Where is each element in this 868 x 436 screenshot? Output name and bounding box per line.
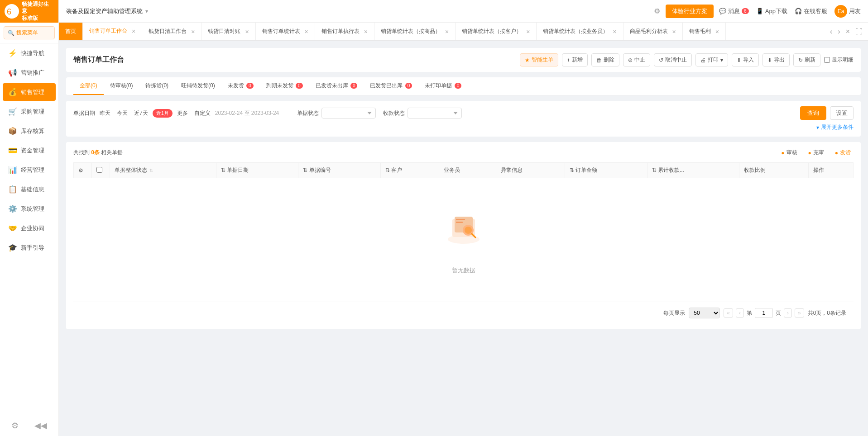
online-service-button[interactable]: 🎧 在线客服 bbox=[795, 7, 827, 15]
user-avatar: Ea bbox=[834, 5, 847, 18]
sidebar-item-inventory[interactable]: 📦 库存核算 bbox=[3, 122, 56, 140]
close-tab-sales-increase[interactable]: × bbox=[715, 28, 719, 35]
guide-icon: 🎓 bbox=[8, 243, 17, 252]
smart-create-button[interactable]: ★ 智能生单 bbox=[520, 53, 558, 66]
sidebar-item-sales[interactable]: 💰 销售管理 bbox=[3, 83, 56, 101]
page-last-button[interactable]: » bbox=[795, 308, 804, 318]
filter-opt-1month[interactable]: 近1月 bbox=[153, 109, 173, 118]
tab-sales-stats-product[interactable]: 销货单统计表（按商品） × bbox=[374, 23, 456, 41]
sidebar: 6 畅捷通好生意 标准版 🔍 搜索菜单 ⚡ 快捷导航 📢 营销推广 💰 销售管理… bbox=[0, 0, 59, 436]
sidebar-item-system[interactable]: ⚙️ 系统管理 bbox=[3, 200, 56, 218]
tab-nav-prev[interactable]: ‹ bbox=[828, 27, 834, 37]
tab-product-margin[interactable]: 商品毛利分析表 × bbox=[623, 23, 683, 41]
subtab-pending-review[interactable]: 待审核(0) bbox=[104, 77, 139, 95]
tab-sales-order-stats[interactable]: 销售订单统计表 × bbox=[256, 23, 315, 41]
override-action-button[interactable]: ● 充审 bbox=[806, 147, 827, 158]
svg-rect-7 bbox=[456, 219, 465, 220]
th-collected: ⇅ 累计收款... bbox=[647, 163, 739, 178]
tab-sales-order-workbench[interactable]: 销售订单工作台 × bbox=[83, 23, 142, 41]
table-scroll-area[interactable]: ⚙ 单据整体状态 ⇅ ⇅ 单据日期 bbox=[73, 162, 854, 178]
page-prev-button[interactable]: ‹ bbox=[736, 308, 744, 318]
close-tab-sales-stats-customer[interactable]: × bbox=[526, 28, 530, 35]
tab-nav-fullscreen[interactable]: ⛶ bbox=[854, 27, 864, 37]
collapse-sidebar-icon[interactable]: ◀◀ bbox=[33, 419, 49, 432]
filter-opt-7days[interactable]: 近7天 bbox=[132, 109, 150, 118]
tab-daily-cash[interactable]: 钱货日清工作台 × bbox=[142, 23, 201, 41]
filter-opt-today[interactable]: 今天 bbox=[115, 109, 129, 118]
sidebar-item-marketing[interactable]: 📢 营销推广 bbox=[3, 64, 56, 81]
add-button[interactable]: + 新增 bbox=[562, 53, 588, 66]
sidebar-item-cooperation[interactable]: 🤝 企业协同 bbox=[3, 219, 56, 237]
query-button[interactable]: 查询 bbox=[800, 106, 826, 120]
tab-sales-increase[interactable]: 销售毛利 × bbox=[683, 23, 726, 41]
tab-cash-goods-reconcile[interactable]: 钱货日清对账 × bbox=[201, 23, 255, 41]
tab-sales-stats-customer[interactable]: 销货单统计表（按客户） × bbox=[456, 23, 537, 41]
sidebar-item-purchase[interactable]: 🛒 采购管理 bbox=[3, 103, 56, 120]
sidebar-item-guide[interactable]: 🎓 新手引导 bbox=[3, 239, 56, 256]
close-tab-sales-order-workbench[interactable]: × bbox=[132, 28, 135, 35]
pagination-total: 共0页，0条记录 bbox=[808, 309, 846, 317]
subtab-shipped-not-out[interactable]: 已发货未出库 0 bbox=[309, 77, 364, 95]
message-button[interactable]: 💬 消息 6 bbox=[719, 7, 749, 15]
filter-expand-button[interactable]: ▾ 展开更多条件 bbox=[816, 123, 854, 131]
tab-nav-close-current[interactable]: × bbox=[844, 27, 852, 37]
tabbar-nav: ‹ › × ⛶ bbox=[825, 27, 868, 37]
filter-opt-more[interactable]: 更多 bbox=[175, 109, 190, 118]
th-customer: ⇅ 客户 bbox=[381, 163, 439, 178]
sidebar-item-quick-nav[interactable]: ⚡ 快捷导航 bbox=[3, 44, 56, 62]
topbar-dropdown-icon[interactable]: ▾ bbox=[145, 8, 148, 14]
industry-solution-button[interactable]: 体验行业方案 bbox=[666, 5, 714, 18]
close-tab-sales-order-exec[interactable]: × bbox=[364, 28, 368, 35]
select-all-checkbox[interactable] bbox=[96, 167, 102, 173]
page-size-select[interactable]: 50 100 200 bbox=[689, 308, 720, 318]
subtab-pending-inspect[interactable]: 待拣货(0) bbox=[139, 77, 175, 95]
stop-button[interactable]: ⊘ 中止 bbox=[623, 53, 650, 66]
filter-opt-yesterday[interactable]: 昨天 bbox=[98, 109, 112, 118]
ship-action-button[interactable]: ● 发货 bbox=[832, 147, 854, 158]
subtab-not-printed[interactable]: 未打印单据 0 bbox=[418, 77, 468, 95]
page-next-button[interactable]: › bbox=[784, 308, 792, 318]
close-tab-cash-goods-reconcile[interactable]: × bbox=[245, 28, 249, 35]
sidebar-item-finance[interactable]: 💳 资金管理 bbox=[3, 142, 56, 159]
import-button[interactable]: ⬆ 导入 bbox=[732, 53, 759, 66]
subtab-wangpu[interactable]: 旺铺待发货(0) bbox=[175, 77, 221, 95]
tab-nav-next[interactable]: › bbox=[836, 27, 842, 37]
column-settings-icon[interactable]: ⚙ bbox=[78, 167, 83, 174]
status-select[interactable] bbox=[321, 108, 376, 118]
delete-button[interactable]: 🗑 删除 bbox=[591, 53, 619, 66]
export-button[interactable]: ⬇ 导出 bbox=[762, 53, 790, 66]
uncancel-button[interactable]: ↺ 取消中止 bbox=[654, 53, 692, 66]
payment-select[interactable] bbox=[408, 108, 462, 118]
subtab-all[interactable]: 全部(0) bbox=[73, 77, 104, 95]
filter-setting-button[interactable]: 设置 bbox=[830, 106, 854, 120]
close-tab-sales-stats-staff[interactable]: × bbox=[613, 28, 616, 35]
tab-sales-order-exec[interactable]: 销售订单执行表 × bbox=[315, 23, 374, 41]
show-detail-label[interactable]: 显示明细 bbox=[824, 56, 854, 64]
sidebar-item-basic[interactable]: 📋 基础信息 bbox=[3, 180, 56, 198]
search-menu-button[interactable]: 🔍 搜索菜单 bbox=[4, 26, 55, 39]
page-first-button[interactable]: « bbox=[724, 308, 733, 318]
filter-date-options: 昨天 今天 近7天 近1月 更多 自定义 bbox=[98, 109, 212, 118]
close-tab-sales-order-stats[interactable]: × bbox=[305, 28, 308, 35]
close-tab-daily-cash[interactable]: × bbox=[191, 28, 195, 35]
subtab-not-shipped[interactable]: 未发货 0 bbox=[221, 77, 260, 95]
settings-bottom-icon[interactable]: ⚙ bbox=[10, 419, 20, 432]
close-tab-sales-stats-product[interactable]: × bbox=[445, 28, 449, 35]
sidebar-item-operations[interactable]: 📊 经营管理 bbox=[3, 161, 56, 179]
system-icon: ⚙️ bbox=[8, 204, 17, 213]
user-menu-button[interactable]: Ea 用友 bbox=[834, 5, 861, 18]
tab-home[interactable]: 首页 bbox=[59, 23, 83, 41]
show-detail-checkbox[interactable] bbox=[824, 57, 830, 63]
refresh-button[interactable]: ↻ 刷新 bbox=[793, 53, 820, 66]
subtab-shipped-out[interactable]: 已发货已出库 0 bbox=[364, 77, 418, 95]
subtab-overdue-not-shipped[interactable]: 到期未发货 0 bbox=[260, 77, 309, 95]
review-action-button[interactable]: ● 审核 bbox=[778, 147, 800, 158]
app-download-button[interactable]: 📱 App下载 bbox=[756, 7, 787, 15]
tab-sales-stats-staff[interactable]: 销货单统计表（按业务员） × bbox=[537, 23, 623, 41]
filter-opt-custom[interactable]: 自定义 bbox=[192, 109, 212, 118]
print-button[interactable]: 🖨 打印 ▾ bbox=[695, 53, 728, 66]
topbar-gear-icon[interactable]: ⚙ bbox=[654, 7, 660, 15]
page-number-input[interactable] bbox=[755, 308, 773, 318]
close-tab-product-margin[interactable]: × bbox=[672, 28, 676, 35]
sort-amount-icon: ⇅ bbox=[570, 167, 574, 173]
